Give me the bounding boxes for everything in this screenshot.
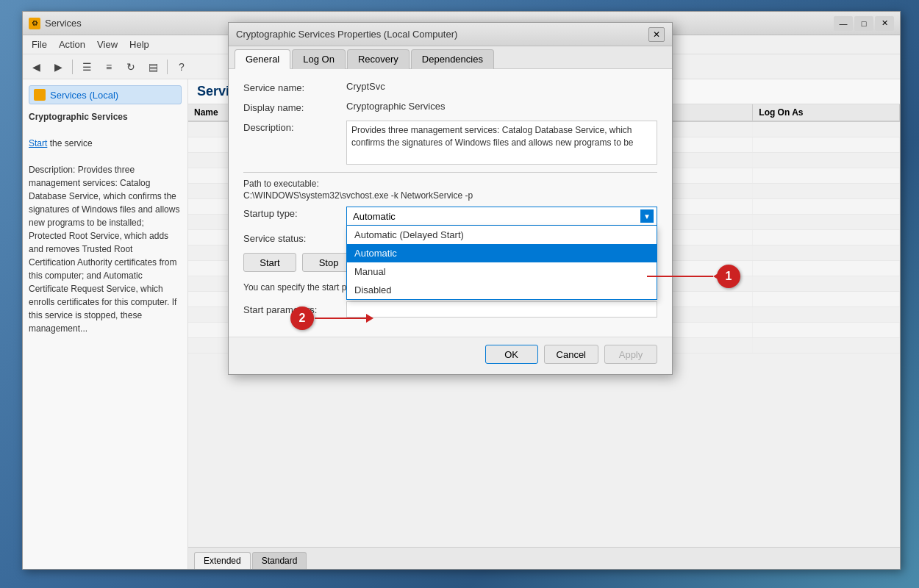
menu-action[interactable]: Action — [53, 37, 91, 52]
toolbar-btn-1[interactable]: ☰ — [76, 57, 97, 76]
dialog-tab-general[interactable]: General — [235, 49, 290, 69]
ok-button[interactable]: OK — [485, 345, 538, 364]
window-controls: — □ ✕ — [834, 16, 894, 31]
description-row: Description: Provides three management s… — [243, 121, 657, 165]
dropdown-item-automatic-delayed[interactable]: Automatic (Delayed Start) — [347, 226, 657, 244]
tab-extended[interactable]: Extended — [194, 552, 251, 569]
dialog-tab-recovery[interactable]: Recovery — [347, 49, 410, 69]
dialog-tab-dependencies[interactable]: Dependencies — [411, 49, 494, 69]
start-params-input[interactable] — [346, 301, 657, 318]
minimize-button[interactable]: — — [834, 16, 853, 31]
startup-type-row: Startup type: Automatic ▼ Automatic (Del… — [243, 207, 657, 226]
sidebar-desc-suffix: the service — [50, 138, 93, 148]
service-name-label: Service name: — [243, 81, 346, 93]
toolbar-btn-3[interactable]: ↻ — [121, 57, 141, 76]
menu-help[interactable]: Help — [124, 37, 155, 52]
toolbar-sep-2 — [167, 60, 168, 74]
sidebar-start-link[interactable]: Start — [29, 138, 47, 148]
display-name-label: Display name: — [243, 101, 346, 113]
dialog-close-button[interactable]: ✕ — [648, 27, 665, 42]
path-label: Path to executable: — [243, 179, 657, 189]
service-name-row: Service name: CryptSvc — [243, 81, 657, 93]
sidebar-item-services-local[interactable]: Services (Local) — [29, 85, 182, 104]
menu-view[interactable]: View — [91, 37, 124, 52]
toolbar-sep-1 — [72, 60, 73, 74]
properties-dialog: Cryptographic Services Properties (Local… — [228, 22, 673, 375]
tab-standard[interactable]: Standard — [252, 552, 307, 569]
dropdown-item-automatic[interactable]: Automatic — [347, 244, 657, 262]
services-window-icon: ⚙ — [29, 18, 40, 29]
dialog-titlebar: Cryptographic Services Properties (Local… — [229, 23, 672, 46]
description-box[interactable]: Provides three management services: Cata… — [346, 121, 657, 165]
sidebar-description: Cryptographic Services Start the service… — [29, 110, 182, 335]
sidebar-title: Cryptographic Services — [29, 112, 128, 122]
sidebar-item-label: Services (Local) — [50, 90, 118, 101]
sidebar-description-text: Description: Provides three management s… — [29, 165, 179, 334]
maximize-button[interactable]: □ — [854, 16, 873, 31]
menu-file[interactable]: File — [26, 37, 53, 52]
start-params-row: Start parameters: — [243, 301, 657, 318]
dialog-tab-logon[interactable]: Log On — [292, 49, 346, 69]
dialog-title: Cryptographic Services Properties (Local… — [236, 29, 648, 40]
display-name-row: Display name: Cryptographic Services — [243, 101, 657, 113]
toolbar-btn-2[interactable]: ≡ — [99, 57, 119, 76]
toolbar-back[interactable]: ◀ — [26, 57, 46, 76]
cancel-button[interactable]: Cancel — [544, 345, 598, 364]
toolbar-help[interactable]: ? — [171, 57, 192, 76]
toolbar-btn-4[interactable]: ▤ — [143, 57, 163, 76]
dialog-footer: OK Cancel Apply — [229, 337, 672, 374]
separator — [243, 172, 657, 173]
close-button[interactable]: ✕ — [875, 16, 894, 31]
description-label: Description: — [243, 121, 346, 133]
dialog-tabs: General Log On Recovery Dependencies — [229, 46, 672, 69]
path-row: Path to executable: C:\WINDOWS\system32\… — [243, 179, 657, 201]
startup-type-select[interactable]: Automatic ▼ — [346, 207, 657, 226]
apply-button[interactable]: Apply — [604, 345, 657, 364]
start-button[interactable]: Start — [243, 253, 296, 272]
bottom-tabs: Extended Standard — [188, 547, 900, 569]
service-status-label: Service status: — [243, 233, 346, 244]
startup-dropdown-menu: Automatic (Delayed Start) Automatic Manu… — [346, 226, 657, 300]
col-logon[interactable]: Log On As — [753, 104, 900, 121]
service-name-value: CryptSvc — [346, 81, 657, 92]
dropdown-item-manual[interactable]: Manual — [347, 262, 657, 281]
sidebar-services-icon — [34, 89, 46, 101]
toolbar-forward[interactable]: ▶ — [48, 57, 68, 76]
display-name-value: Cryptographic Services — [346, 101, 657, 112]
start-params-label: Start parameters: — [243, 304, 346, 315]
dialog-body: Service name: CryptSvc Display name: Cry… — [229, 69, 672, 337]
sidebar: Services (Local) Cryptographic Services … — [23, 79, 188, 569]
dropdown-item-disabled[interactable]: Disabled — [347, 281, 657, 299]
startup-type-label: Startup type: — [243, 207, 346, 219]
startup-type-current: Automatic — [353, 211, 396, 222]
startup-dropdown-arrow: ▼ — [640, 209, 654, 223]
path-value: C:\WINDOWS\system32\svchost.exe -k Netwo… — [243, 190, 657, 201]
startup-type-container: Automatic ▼ Automatic (Delayed Start) Au… — [346, 207, 657, 226]
